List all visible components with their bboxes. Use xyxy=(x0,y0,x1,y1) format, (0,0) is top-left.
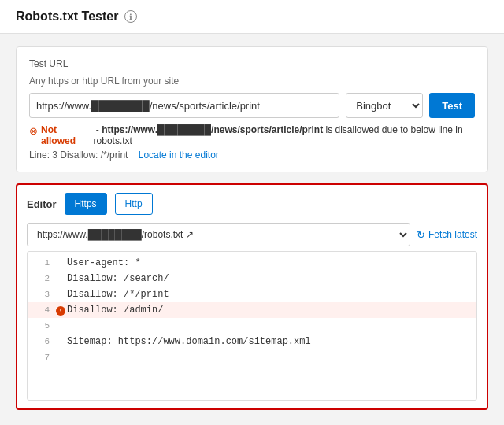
locate-link[interactable]: Locate in the editor xyxy=(139,150,219,161)
bot-selector[interactable]: Bingbot Googlebot All xyxy=(346,93,423,118)
code-line-6: 6 Sitemap: https://www.domain.com/sitema… xyxy=(28,334,476,349)
line-code-1: User-agent: * xyxy=(67,257,141,268)
tab-https[interactable]: Https xyxy=(65,193,107,215)
line-info-text: Line: 3 Disallow: /*/print xyxy=(29,150,128,161)
code-editor[interactable]: 1 User-agent: * 2 Disallow: /search/ 3 D… xyxy=(27,251,477,401)
file-row: https://www.████████/robots.txt ↗ ↻ Fetc… xyxy=(27,223,477,246)
result-row: ⊗ Not allowed - https://www.████████/new… xyxy=(29,124,475,146)
url-row: Bingbot Googlebot All Test xyxy=(29,93,475,118)
not-allowed-icon: ⊗ xyxy=(29,125,38,137)
line-indicator-4: ! xyxy=(56,305,67,316)
line-num-5: 5 xyxy=(31,321,50,331)
code-line-1: 1 User-agent: * xyxy=(28,255,476,271)
fetch-latest-button[interactable]: ↻ Fetch latest xyxy=(417,223,477,246)
code-line-4: 4 ! Disallow: /admin/ xyxy=(28,302,476,318)
main-content: Test URL Any https or http URL from your… xyxy=(0,34,504,423)
line-code-4: Disallow: /admin/ xyxy=(67,305,163,316)
test-url-section: Test URL Any https or http URL from your… xyxy=(16,46,488,172)
editor-header: Editor Https Http xyxy=(27,193,477,215)
line-num-7: 7 xyxy=(31,353,50,362)
result-message: - https://www.████████/news/sports/artic… xyxy=(94,124,475,146)
tab-http[interactable]: Http xyxy=(115,193,153,215)
editor-title: Editor xyxy=(27,198,57,210)
url-input[interactable] xyxy=(29,93,339,118)
line-code-3: Disallow: /*/print xyxy=(67,289,169,300)
info-icon[interactable]: ℹ xyxy=(124,10,137,23)
line-num-6: 6 xyxy=(31,337,50,346)
not-allowed-label: Not allowed xyxy=(41,124,91,146)
line-code-6: Sitemap: https://www.domain.com/sitemap.… xyxy=(67,336,311,347)
code-line-3: 3 Disallow: /*/print xyxy=(28,286,476,302)
line-num-1: 1 xyxy=(31,258,50,268)
code-line-2: 2 Disallow: /search/ xyxy=(28,271,476,286)
url-hint: Any https or http URL from your site xyxy=(29,76,475,87)
page-header: Robots.txt Tester ℹ xyxy=(0,0,504,34)
page-title: Robots.txt Tester xyxy=(16,9,118,24)
code-lines: 1 User-agent: * 2 Disallow: /search/ 3 D… xyxy=(28,252,476,400)
code-line-5: 5 xyxy=(28,318,476,334)
editor-section: Editor Https Http https://www.████████/r… xyxy=(16,183,488,410)
line-info: Line: 3 Disallow: /*/print Locate in the… xyxy=(29,150,475,161)
line-num-4: 4 xyxy=(31,305,50,315)
file-selector[interactable]: https://www.████████/robots.txt ↗ xyxy=(27,223,410,246)
error-dot-4: ! xyxy=(56,306,65,316)
result-url-bold: https://www.████████/news/sports/article… xyxy=(102,124,323,135)
test-button[interactable]: Test xyxy=(429,93,475,118)
line-num-3: 3 xyxy=(31,290,50,299)
test-url-label: Test URL xyxy=(29,58,475,69)
refresh-icon: ↻ xyxy=(417,229,425,241)
fetch-label: Fetch latest xyxy=(428,229,477,240)
line-num-2: 2 xyxy=(31,274,50,283)
line-code-2: Disallow: /search/ xyxy=(67,273,169,284)
code-line-7: 7 xyxy=(28,349,476,365)
